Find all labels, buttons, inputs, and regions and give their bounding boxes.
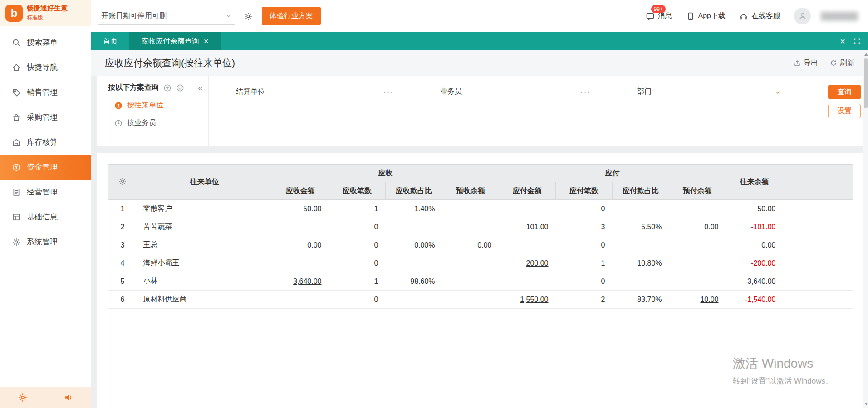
unit-cell: 原材料供应商 bbox=[137, 291, 272, 309]
clock-icon bbox=[114, 119, 123, 127]
settings-gear-icon[interactable] bbox=[18, 393, 28, 403]
inventory-icon bbox=[12, 138, 21, 147]
scheme-item-2[interactable]: 按业务员 bbox=[108, 118, 204, 128]
value-cell: 1,550.00 bbox=[499, 291, 556, 309]
value-cell: 1 bbox=[329, 272, 386, 291]
field-label: 业务员 bbox=[440, 87, 462, 99]
value-cell: 101.00 bbox=[499, 218, 556, 236]
online-service-button[interactable]: 在线客服 bbox=[739, 11, 780, 21]
amount-link[interactable]: 101.00 bbox=[526, 223, 549, 231]
tab-bar: 首页应收应付余额查询× × bbox=[91, 32, 868, 50]
scroll-down-arrow[interactable] bbox=[864, 403, 868, 405]
filter-fields: 结算单位···业务员···部门 bbox=[209, 76, 828, 146]
sidebar-item-inventory[interactable]: 库存核算 bbox=[0, 130, 91, 155]
watermark-line1: 激活 Windows bbox=[733, 355, 833, 372]
amount-link[interactable]: 0.00 bbox=[704, 223, 718, 231]
ellipsis-picker-icon[interactable]: ··· bbox=[383, 88, 395, 97]
value-cell bbox=[442, 272, 499, 291]
sidebar-item-search[interactable]: 搜索菜单 bbox=[0, 30, 91, 55]
sidebar-item-sales[interactable]: 销售管理 bbox=[0, 80, 91, 105]
value-cell: 0 bbox=[556, 272, 613, 291]
value-cell: 2 bbox=[556, 291, 613, 309]
row-index-cell: 4 bbox=[108, 254, 137, 272]
chevron-down-icon[interactable] bbox=[774, 89, 781, 96]
value-cell bbox=[272, 291, 329, 309]
refresh-button[interactable]: 刷新 bbox=[830, 58, 854, 68]
amount-link[interactable]: 0.00 bbox=[307, 241, 321, 249]
col-header-balance: 往来余额 bbox=[726, 165, 783, 200]
row-index-cell: 2 bbox=[108, 218, 137, 236]
scroll-up-arrow[interactable] bbox=[864, 53, 868, 56]
app-download-button[interactable]: App下载 bbox=[686, 11, 726, 21]
settings-button[interactable]: 设置 bbox=[828, 104, 861, 118]
sidebar-item-business[interactable]: 经营管理 bbox=[0, 180, 91, 204]
export-button[interactable]: 导出 bbox=[794, 58, 818, 68]
vertical-scrollbar[interactable] bbox=[863, 50, 868, 408]
ellipsis-picker-icon[interactable]: ··· bbox=[580, 88, 592, 97]
value-cell: 10.00 bbox=[669, 291, 726, 309]
table-row[interactable]: 4海鲜小霸王0200.00110.80%-200.00 bbox=[108, 254, 853, 272]
balance-cell: -200.00 bbox=[726, 254, 783, 272]
col-group-payable: 应付 bbox=[499, 165, 726, 182]
amount-link[interactable]: 10.00 bbox=[700, 296, 718, 303]
business-icon bbox=[12, 188, 21, 197]
scrollbar-thumb[interactable] bbox=[864, 58, 868, 108]
value-cell: 0.00 bbox=[669, 218, 726, 236]
topbar: 开账日期可停用可删 体验行业方案 消息 99+ bbox=[91, 0, 868, 32]
value-cell bbox=[499, 236, 556, 254]
value-cell: 1 bbox=[329, 200, 386, 218]
value-cell: 0 bbox=[329, 236, 386, 254]
tab-1[interactable]: 首页 bbox=[91, 32, 129, 50]
trial-plan-button[interactable]: 体验行业方案 bbox=[262, 7, 321, 25]
app-window: b 畅捷通好生意 标准版 搜索菜单快捷导航销售管理采购管理库存核算资金管理经营管… bbox=[0, 0, 868, 408]
table-row[interactable]: 5小林3,640.00198.60%03,640.00 bbox=[108, 272, 853, 291]
amount-link[interactable]: 1,550.00 bbox=[520, 296, 548, 303]
field-input[interactable]: ··· bbox=[469, 86, 592, 99]
filler-cell bbox=[783, 272, 853, 291]
sidebar-item-label: 基础信息 bbox=[27, 212, 58, 222]
value-cell: 3,640.00 bbox=[272, 272, 329, 291]
collapse-panel-icon[interactable]: « bbox=[198, 83, 204, 92]
col-header-unit: 往来单位 bbox=[137, 165, 272, 200]
value-cell: 98.60% bbox=[386, 272, 442, 291]
table-row[interactable]: 1零散客户50.0011.40%050.00 bbox=[108, 200, 853, 218]
table-corner-cell bbox=[108, 165, 137, 200]
col-header: 应收金额 bbox=[272, 182, 329, 200]
table-row[interactable]: 3王总0.0000.00%0.0000.00 bbox=[108, 236, 853, 254]
topbar-gear-icon[interactable] bbox=[244, 12, 253, 21]
scheme-item-1[interactable]: 按往来单位 bbox=[108, 101, 204, 110]
table-row[interactable]: 2苦苦蔬菜0101.0035.50%0.00-101.00 bbox=[108, 218, 853, 236]
sidebar-item-info[interactable]: 基础信息 bbox=[0, 204, 91, 229]
value-cell: 0 bbox=[329, 254, 386, 272]
target-icon[interactable] bbox=[176, 84, 184, 92]
sound-icon[interactable] bbox=[64, 393, 74, 403]
close-tabs-icon[interactable]: × bbox=[840, 36, 845, 47]
field-input[interactable] bbox=[659, 86, 781, 99]
sidebar-item-funds[interactable]: 资金管理 bbox=[0, 155, 91, 180]
value-cell: 0.00 bbox=[272, 236, 329, 254]
brand-logo-icon: b bbox=[5, 5, 23, 22]
tab-2[interactable]: 应收应付余额查询× bbox=[129, 32, 221, 50]
query-button[interactable]: 查询 bbox=[828, 85, 861, 99]
amount-link[interactable]: 3,640.00 bbox=[293, 277, 321, 285]
amount-link[interactable]: 50.00 bbox=[303, 205, 321, 213]
amount-link[interactable]: 0.00 bbox=[477, 241, 491, 249]
add-scheme-icon[interactable] bbox=[163, 84, 172, 92]
messages-button[interactable]: 消息 99+ bbox=[646, 11, 672, 21]
value-cell: 10.80% bbox=[613, 254, 669, 272]
sidebar-item-home[interactable]: 快捷导航 bbox=[0, 55, 91, 80]
sidebar-item-purchase[interactable]: 采购管理 bbox=[0, 105, 91, 130]
field-input[interactable]: ··· bbox=[272, 86, 395, 99]
export-label: 导出 bbox=[804, 58, 818, 68]
table-row[interactable]: 6原材料供应商01,550.00283.70%10.00-1,540.00 bbox=[108, 291, 853, 309]
tab-close-icon[interactable]: × bbox=[204, 37, 209, 45]
period-selector[interactable]: 开账日期可停用可删 bbox=[98, 8, 235, 25]
sidebar-item-system[interactable]: 系统管理 bbox=[0, 229, 91, 254]
phone-icon bbox=[686, 12, 695, 21]
col-header: 预收余额 bbox=[442, 182, 499, 200]
user-avatar[interactable] bbox=[794, 8, 811, 24]
table-settings-gear-icon[interactable] bbox=[118, 177, 127, 185]
col-header: 应付金额 bbox=[499, 182, 556, 200]
amount-link[interactable]: 200.00 bbox=[526, 259, 549, 267]
fullscreen-icon[interactable] bbox=[853, 38, 861, 45]
